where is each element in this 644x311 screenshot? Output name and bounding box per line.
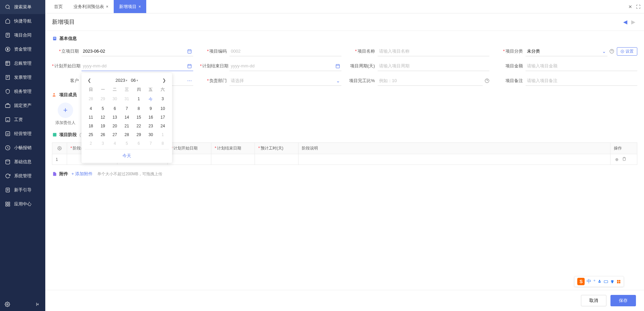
category-settings-button[interactable]: 设置 <box>617 47 637 56</box>
ime-logo-icon[interactable]: S <box>577 278 585 285</box>
sidebar-item-contract[interactable]: 项目合同 <box>0 28 45 42</box>
sidebar-item-appcenter[interactable]: 应用中心 <box>0 197 45 211</box>
sidebar-item-ledger[interactable]: 总账管理 <box>0 56 45 70</box>
calendar-icon[interactable] <box>187 64 192 68</box>
dp-day[interactable]: 22 <box>133 122 145 130</box>
phase-end-cell[interactable] <box>211 154 255 165</box>
dp-day[interactable]: 27 <box>109 130 121 139</box>
dp-day[interactable]: 16 <box>145 113 157 122</box>
dp-day[interactable]: 9 <box>145 104 157 113</box>
fullscreen-icon[interactable] <box>636 4 641 9</box>
close-icon[interactable]: × <box>106 4 108 9</box>
prev-record-icon[interactable]: ◀ <box>621 19 629 25</box>
phase-hours-cell[interactable] <box>255 154 299 165</box>
cancel-button[interactable]: 取消 <box>581 295 606 306</box>
sidebar-item-invoice[interactable]: 发票管理 <box>0 70 45 84</box>
phase-start-cell[interactable] <box>168 154 211 165</box>
project-amount-input[interactable] <box>526 61 637 71</box>
datepicker-prev-icon[interactable]: ❮ <box>86 76 93 84</box>
dp-day[interactable]: 28 <box>85 95 97 104</box>
dp-day[interactable]: 20 <box>109 122 121 130</box>
remark-input[interactable] <box>526 76 637 86</box>
calendar-icon[interactable] <box>335 64 340 68</box>
dp-day[interactable]: 1 <box>157 130 169 139</box>
datepicker-month-select[interactable]: 06▾ <box>130 78 139 83</box>
table-settings-icon[interactable] <box>52 143 67 154</box>
dp-day[interactable]: 29 <box>97 95 109 104</box>
dp-day[interactable]: 7 <box>121 104 133 113</box>
dp-day[interactable]: 23 <box>145 122 157 130</box>
settings-gear-icon[interactable] <box>5 302 10 307</box>
add-attachment-button[interactable]: + 添加附件 <box>71 171 93 177</box>
ime-punct-icon[interactable]: ° <box>593 279 595 284</box>
datepicker-year-select[interactable]: 2023▾ <box>115 78 128 83</box>
plan-end-input[interactable] <box>229 61 341 71</box>
dp-day[interactable]: 18 <box>85 122 97 130</box>
tab-close-all-icon[interactable] <box>628 4 633 9</box>
dp-day[interactable]: 3 <box>97 139 109 148</box>
chevron-down-icon[interactable]: ⌄ <box>602 49 606 54</box>
dp-day[interactable]: 13 <box>109 113 121 122</box>
dp-day[interactable]: 2 <box>85 139 97 148</box>
dp-day[interactable]: 6 <box>133 139 145 148</box>
dp-day[interactable]: 11 <box>85 113 97 122</box>
dp-day[interactable]: 31 <box>121 95 133 104</box>
sidebar-item-expense[interactable]: 小畅报销 <box>0 141 45 155</box>
ime-keyboard-icon[interactable] <box>604 279 608 284</box>
dp-day[interactable]: 5 <box>121 139 133 148</box>
dp-day[interactable]: 30 <box>145 130 157 139</box>
next-record-icon[interactable]: ▶ <box>629 19 637 25</box>
project-code-input[interactable] <box>229 46 341 56</box>
dp-day[interactable]: 15 <box>133 113 145 122</box>
sidebar-item-asset[interactable]: 固定资产 <box>0 99 45 113</box>
progress-input[interactable] <box>378 76 483 86</box>
tab[interactable]: 新增项目× <box>114 0 146 13</box>
project-name-input[interactable] <box>378 46 489 56</box>
dp-day[interactable]: 10 <box>157 104 169 113</box>
sidebar-item-salary[interactable]: 工资 <box>0 113 45 127</box>
tab[interactable]: 业务利润预估表× <box>68 0 114 13</box>
ime-tool-icon[interactable] <box>616 279 621 284</box>
ime-skin-icon[interactable] <box>610 279 614 284</box>
dp-day[interactable]: 今 <box>145 95 157 104</box>
dp-day[interactable]: 29 <box>133 130 145 139</box>
dp-day[interactable]: 17 <box>157 113 169 122</box>
sidebar-item-system[interactable]: 系统管理 <box>0 169 45 183</box>
sidebar-item-search[interactable]: 搜索菜单 <box>0 0 45 14</box>
plan-start-input[interactable] <box>82 61 193 71</box>
ime-voice-icon[interactable] <box>597 279 602 284</box>
sidebar-item-base[interactable]: 基础信息 <box>0 155 45 169</box>
datepicker-today-button[interactable]: 今天 <box>122 153 131 158</box>
dp-day[interactable]: 21 <box>121 122 133 130</box>
dp-day[interactable]: 7 <box>145 139 157 148</box>
dp-day[interactable]: 14 <box>121 113 133 122</box>
sidebar-item-tax[interactable]: 税务管理 <box>0 84 45 99</box>
dp-day[interactable]: 8 <box>157 139 169 148</box>
sidebar-item-money[interactable]: 资金管理 <box>0 42 45 56</box>
sidebar-item-operate[interactable]: 经营管理 <box>0 127 45 141</box>
dp-day[interactable]: 5 <box>97 104 109 113</box>
datepicker-next-icon[interactable]: ❯ <box>161 76 167 84</box>
help-icon[interactable] <box>609 49 614 54</box>
chevron-down-icon[interactable]: ⌄ <box>336 78 340 83</box>
more-icon[interactable]: ⋯ <box>187 78 192 83</box>
dp-day[interactable]: 4 <box>109 139 121 148</box>
calendar-icon[interactable] <box>187 49 192 54</box>
dp-day[interactable]: 28 <box>121 130 133 139</box>
create-date-input[interactable] <box>82 46 193 56</box>
add-member-button[interactable]: + <box>58 103 73 118</box>
save-button[interactable]: 保存 <box>610 295 636 306</box>
add-row-icon[interactable]: ⊕ <box>614 157 620 162</box>
collapse-sidebar-icon[interactable] <box>35 302 41 307</box>
dp-day[interactable]: 6 <box>109 104 121 113</box>
sidebar-item-home[interactable]: 快捷导航 <box>0 14 45 28</box>
dp-day[interactable]: 12 <box>97 113 109 122</box>
phase-desc-cell[interactable] <box>299 154 610 165</box>
dp-day[interactable]: 4 <box>85 104 97 113</box>
dp-day[interactable]: 30 <box>109 95 121 104</box>
dp-day[interactable]: 24 <box>157 122 169 130</box>
project-duration-input[interactable] <box>378 61 489 71</box>
project-category-select[interactable] <box>526 46 607 56</box>
ime-lang-icon[interactable]: 中 <box>587 278 591 285</box>
dp-day[interactable]: 19 <box>97 122 109 130</box>
